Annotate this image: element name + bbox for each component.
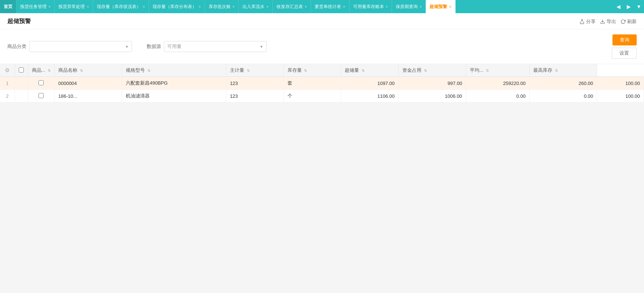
sort-icon: ⇅ bbox=[486, 68, 489, 73]
row-checkbox[interactable] bbox=[39, 93, 44, 98]
data-table: ⚙ 商品... ⇅ 商品名称 ⇅ 规格型号 ⇅ 主计量 bbox=[0, 64, 644, 103]
nav-overstock[interactable]: 超储预警 × bbox=[426, 0, 455, 13]
col-max-header[interactable]: 最高库存 ⇅ bbox=[530, 64, 597, 77]
row-name: 机油滤清器 bbox=[122, 90, 226, 103]
col-code-header[interactable]: 商品... ⇅ bbox=[28, 64, 54, 77]
col-capital-header[interactable]: 资金占用 ⇅ bbox=[399, 64, 466, 77]
col-settings-header: ⚙ bbox=[0, 64, 15, 77]
col-avg-header[interactable]: 平均... ⇅ bbox=[466, 64, 530, 77]
close-icon[interactable]: × bbox=[449, 4, 451, 9]
row-checkbox-cell bbox=[28, 90, 54, 103]
nav-flow[interactable]: 出入库流水 × bbox=[239, 0, 272, 13]
query-button[interactable]: 查询 bbox=[612, 34, 637, 45]
nav-stock-status[interactable]: 现存量（库存状况表） × bbox=[93, 0, 149, 13]
page-header: 超储预警 分享 导出 刷新 bbox=[0, 13, 644, 29]
nav-expiry[interactable]: 保质期查询 × bbox=[392, 0, 426, 13]
gear-icon[interactable]: ⚙ bbox=[5, 67, 10, 73]
category-label: 商品分类 bbox=[7, 43, 26, 50]
close-icon[interactable]: × bbox=[48, 4, 51, 9]
row-index: 1 bbox=[0, 77, 15, 90]
close-icon[interactable]: × bbox=[87, 4, 89, 9]
settings-button[interactable]: 设置 bbox=[612, 48, 637, 59]
nav-summary[interactable]: 收发存汇总表 × bbox=[273, 0, 311, 13]
row-stock: 1097.00 bbox=[341, 77, 399, 90]
nav-arrows: ◀ ▶ ▼ bbox=[613, 0, 644, 13]
sort-icon: ⇅ bbox=[147, 68, 150, 73]
row-capital: 0.00 bbox=[466, 90, 530, 103]
refresh-button[interactable]: 刷新 bbox=[621, 18, 637, 25]
col-name-header[interactable]: 商品名称 ⇅ bbox=[54, 64, 122, 77]
row-code: 0000004 bbox=[54, 77, 122, 90]
row-over: 1006.00 bbox=[399, 90, 466, 103]
row-max: 100.00 bbox=[597, 90, 644, 103]
col-spec-header[interactable]: 规格型号 ⇅ bbox=[122, 64, 226, 77]
sort-icon: ⇅ bbox=[48, 68, 51, 73]
row-code: 186-10... bbox=[54, 90, 122, 103]
close-icon[interactable]: × bbox=[420, 4, 422, 9]
table-header-row: ⚙ 商品... ⇅ 商品名称 ⇅ 规格型号 ⇅ 主计量 bbox=[0, 64, 644, 77]
sort-icon: ⇅ bbox=[424, 68, 427, 73]
row-spec: 123 bbox=[226, 90, 283, 103]
sort-icon: ⇅ bbox=[362, 68, 365, 73]
nav-batch[interactable]: 库存批次账 × bbox=[205, 0, 239, 13]
col-over-header[interactable]: 超储量 ⇅ bbox=[341, 64, 399, 77]
table-container: ⚙ 商品... ⇅ 商品名称 ⇅ 规格型号 ⇅ 主计量 bbox=[0, 64, 644, 103]
row-unit: 套 bbox=[283, 77, 341, 90]
nav-task-mgmt[interactable]: 拣货任务管理 × bbox=[17, 0, 55, 13]
table-row: 1 0000004 六配套新昌490BPG 123 套 1097.00 997.… bbox=[0, 77, 644, 90]
nav-available[interactable]: 可用量库存账本 × bbox=[350, 0, 392, 13]
select-all-checkbox[interactable] bbox=[19, 67, 24, 73]
row-capital: 259220.00 bbox=[466, 77, 530, 90]
row-avg: 260.00 bbox=[530, 77, 597, 90]
datasource-filter: 数据源 可用量 ▼ bbox=[147, 41, 267, 52]
category-filter: 商品分类 ▼ bbox=[7, 41, 132, 52]
share-icon bbox=[579, 19, 585, 24]
col-unit-header[interactable]: 主计量 ⇅ bbox=[226, 64, 283, 77]
close-icon[interactable]: × bbox=[386, 4, 388, 9]
datasource-dropdown-icon: ▼ bbox=[260, 45, 263, 49]
row-spec: 123 bbox=[226, 77, 283, 90]
close-icon[interactable]: × bbox=[198, 4, 201, 9]
datasource-label: 数据源 bbox=[147, 43, 161, 50]
close-icon[interactable]: × bbox=[305, 4, 307, 9]
close-icon[interactable]: × bbox=[233, 4, 235, 9]
sort-icon: ⇅ bbox=[555, 68, 558, 73]
row-unit: 个 bbox=[283, 90, 341, 103]
share-button[interactable]: 分享 bbox=[579, 18, 596, 25]
row-settings bbox=[15, 90, 28, 103]
row-checkbox-cell bbox=[28, 77, 54, 90]
nav-next-button[interactable]: ▶ bbox=[623, 0, 634, 13]
nav-home[interactable]: 首页 bbox=[0, 0, 17, 13]
category-dropdown-icon: ▼ bbox=[125, 45, 129, 49]
refresh-icon bbox=[621, 19, 626, 24]
close-icon[interactable]: × bbox=[343, 4, 345, 9]
sort-icon: ⇅ bbox=[80, 68, 83, 73]
row-index: 2 bbox=[0, 90, 15, 103]
row-checkbox[interactable] bbox=[39, 80, 44, 85]
col-stock-header[interactable]: 库存量 ⇅ bbox=[283, 64, 341, 77]
table-row: 2 186-10... 机油滤清器 123 个 1106.00 1006.00 … bbox=[0, 90, 644, 103]
datasource-select[interactable]: 可用量 ▼ bbox=[164, 41, 267, 52]
header-actions: 分享 导出 刷新 bbox=[579, 18, 637, 25]
row-avg: 0.00 bbox=[530, 90, 597, 103]
nav-stock-dist[interactable]: 现存量（库存分布表） × bbox=[149, 0, 205, 13]
nav-exception[interactable]: 拣货异常处理 × bbox=[55, 0, 93, 13]
top-nav: 首页 拣货任务管理 × 拣货异常处理 × 现存量（库存状况表） × 现存量（库存… bbox=[0, 0, 644, 13]
row-stock: 1106.00 bbox=[341, 90, 399, 103]
sort-icon: ⇅ bbox=[247, 68, 250, 73]
sort-icon: ⇅ bbox=[304, 68, 307, 73]
nav-order-stats[interactable]: 要货单统计表 × bbox=[311, 0, 349, 13]
row-max: 100.00 bbox=[597, 77, 644, 90]
col-checkbox-header bbox=[15, 64, 28, 77]
close-icon[interactable]: × bbox=[266, 4, 268, 9]
row-name: 六配套新昌490BPG bbox=[122, 77, 226, 90]
export-button[interactable]: 导出 bbox=[600, 18, 616, 25]
row-over: 997.00 bbox=[399, 77, 466, 90]
nav-prev-button[interactable]: ◀ bbox=[613, 0, 623, 13]
close-icon[interactable]: × bbox=[143, 4, 145, 9]
page-title: 超储预警 bbox=[7, 18, 31, 25]
nav-more-button[interactable]: ▼ bbox=[634, 0, 644, 13]
category-select[interactable]: ▼ bbox=[29, 41, 132, 52]
row-settings bbox=[15, 77, 28, 90]
datasource-select-value: 可用量 bbox=[167, 43, 182, 50]
